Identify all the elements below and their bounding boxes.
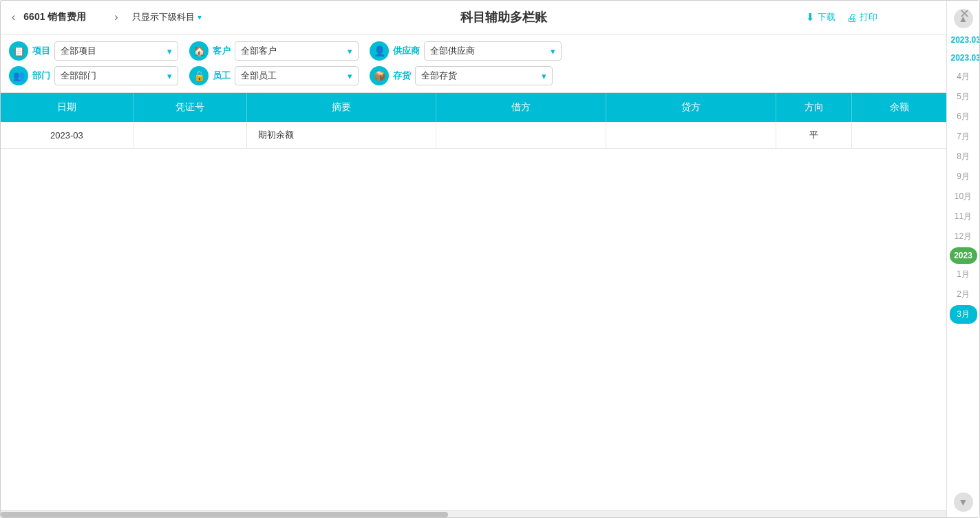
col-debit: 借方 [436,93,606,122]
filter-customer: 🏠 客户 全部客户 ▾ [189,41,359,61]
project-arrow: ▾ [167,46,172,56]
content-area: ‹ 6601 销售费用 › 只显示下级科目 ▾ 科目辅助多栏账 ⬇ 下载 🖨 打… [1,1,946,517]
filter-row-1: 📋 项目 全部项目 ▾ 🏠 客户 全部客户 ▾ 👤 [9,39,938,63]
filter-supplier: 👤 供应商 全部供应商 ▾ [370,41,562,61]
filter-inventory: 📦 存货 全部存货 ▾ [370,66,553,85]
customer-icon: 🏠 [189,41,209,61]
print-button[interactable]: 🖨 打印 [846,11,877,23]
col-credit: 贷方 [606,93,776,122]
supplier-value: 全部供应商 [430,45,475,57]
period-sep[interactable]: 9月 [950,167,977,186]
employee-select[interactable]: 全部员工 ▾ [235,66,359,85]
period-2023-03-top[interactable]: 2023.03 [950,32,977,48]
show-sub-accounts-arrow: ▾ [198,12,202,22]
table-container: 日期 凭证号 摘要 借方 贷方 方向 余额 2023-03 期初余额 [1,93,946,510]
cell-debit [436,122,606,149]
inventory-icon: 📦 [370,66,389,85]
inventory-select[interactable]: 全部存货 ▾ [415,66,553,85]
filter-row-2: 👥 部门 全部部门 ▾ 🔒 员工 全部员工 ▾ 📦 [9,63,938,88]
account-code: 6601 销售费用 [23,11,106,23]
period-feb[interactable]: 2月 [950,285,977,304]
cell-date: 2023-03 [1,122,133,149]
customer-value: 全部客户 [241,45,277,57]
supplier-arrow: ▾ [551,46,555,56]
project-select[interactable]: 全部项目 ▾ [54,41,178,61]
period-nov[interactable]: 11月 [950,207,977,226]
cell-credit [606,122,776,149]
cell-summary: 期初余额 [246,122,436,149]
period-jun[interactable]: 6月 [950,107,977,126]
customer-select[interactable]: 全部客户 ▾ [235,41,359,61]
table-header-row: 日期 凭证号 摘要 借方 贷方 方向 余额 [1,93,946,122]
customer-arrow: ▾ [348,46,352,56]
right-panel: ▲ 2023.03 2023.03 4月 5月 6月 7月 8月 9月 10月 … [946,1,979,517]
scrollbar-thumb [1,512,448,517]
top-bar: ‹ 6601 销售费用 › 只显示下级科目 ▾ 科目辅助多栏账 ⬇ 下载 🖨 打… [1,1,946,34]
period-dec[interactable]: 12月 [950,227,977,246]
filter-department: 👥 部门 全部部门 ▾ [9,66,178,85]
period-2023-03-sub[interactable]: 2023.03 [950,50,977,66]
inventory-value: 全部存货 [421,70,457,82]
period-mar[interactable]: 3月 [950,305,977,324]
col-direction: 方向 [776,93,852,122]
project-label: 项目 [32,45,50,57]
period-jul[interactable]: 7月 [950,127,977,146]
employee-value: 全部员工 [241,70,277,82]
period-apr[interactable]: 4月 [950,68,977,86]
project-icon: 📋 [9,41,28,61]
filter-section: 📋 项目 全部项目 ▾ 🏠 客户 全部客户 ▾ 👤 [1,34,946,93]
department-arrow: ▾ [167,71,172,81]
employee-arrow: ▾ [348,71,352,81]
department-icon: 👥 [9,66,28,85]
period-year-2023[interactable]: 2023 [950,247,977,264]
col-summary: 摘要 [246,93,436,122]
page-title: 科目辅助多栏账 [207,9,800,25]
filter-employee: 🔒 员工 全部员工 ▾ [189,66,359,85]
period-aug[interactable]: 8月 [950,147,977,166]
table-row: 2023-03 期初余额 平 [1,122,946,149]
horizontal-scrollbar[interactable] [1,510,946,517]
cell-balance [852,122,946,149]
project-value: 全部项目 [61,45,96,57]
print-label: 打印 [860,11,877,23]
cell-voucher [133,122,246,149]
print-icon: 🖨 [846,12,857,23]
period-down-button[interactable]: ▼ [954,493,973,512]
download-icon: ⬇ [806,11,815,23]
supplier-select[interactable]: 全部供应商 ▾ [424,41,562,61]
show-sub-accounts-label: 只显示下级科目 [132,11,195,23]
cell-direction: 平 [776,122,852,149]
download-label: 下载 [818,11,835,23]
nav-next-button[interactable]: › [111,10,120,25]
supplier-label: 供应商 [393,45,420,57]
col-balance: 余额 [852,93,946,122]
employee-icon: 🔒 [189,66,209,85]
ledger-table: 日期 凭证号 摘要 借方 贷方 方向 余额 2023-03 期初余额 [1,93,946,149]
period-oct[interactable]: 10月 [950,187,977,206]
customer-label: 客户 [213,45,231,57]
toolbar-actions: ⬇ 下载 🖨 打印 [806,11,877,23]
show-sub-accounts-filter[interactable]: 只显示下级科目 ▾ [132,11,202,23]
supplier-icon: 👤 [370,41,389,61]
main-window: ✕ ‹ 6601 销售费用 › 只显示下级科目 ▾ 科目辅助多栏账 ⬇ 下载 🖨… [0,0,980,518]
inventory-arrow: ▾ [542,71,546,81]
filter-project: 📋 项目 全部项目 ▾ [9,41,178,61]
period-may[interactable]: 5月 [950,87,977,106]
col-date: 日期 [1,93,133,122]
employee-label: 员工 [213,70,231,82]
period-jan[interactable]: 1月 [950,265,977,284]
department-label: 部门 [32,70,50,82]
nav-prev-button[interactable]: ‹ [9,10,18,25]
inventory-label: 存货 [393,70,411,82]
close-button[interactable]: ✕ [959,8,970,20]
department-select[interactable]: 全部部门 ▾ [54,66,178,85]
col-voucher: 凭证号 [133,93,246,122]
download-button[interactable]: ⬇ 下载 [806,11,835,23]
department-value: 全部部门 [61,70,96,82]
